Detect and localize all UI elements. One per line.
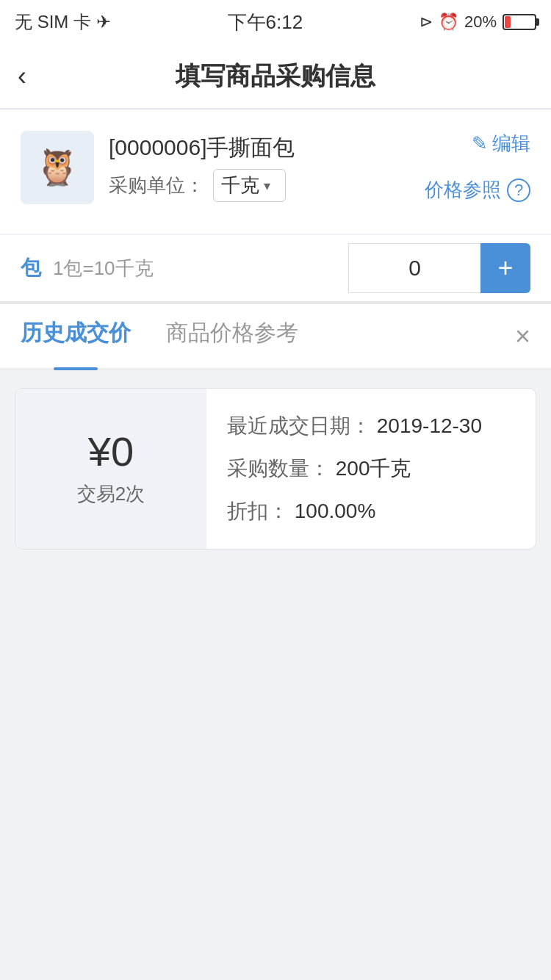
status-right: ⊳ ⏰ 20% bbox=[419, 12, 536, 32]
product-info: [0000006]手撕面包 采购单位： 千克 ▾ bbox=[109, 133, 295, 202]
status-time: 下午6:12 bbox=[228, 10, 303, 35]
recent-date-label: 最近成交日期： bbox=[227, 414, 371, 437]
purchase-qty-value: 200千克 bbox=[336, 457, 411, 480]
alarm-icon: ⏰ bbox=[439, 12, 458, 32]
price-ref-button[interactable]: 价格参照 ? bbox=[425, 177, 530, 203]
page-title: 填写商品采购信息 bbox=[176, 60, 375, 93]
price-transactions: 交易2次 bbox=[77, 481, 145, 507]
quantity-row: 包 1包=10千克 + bbox=[0, 235, 551, 301]
tabs-header: 历史成交价 商品价格参考 × bbox=[0, 304, 551, 369]
unit-arrow-icon: ▾ bbox=[264, 178, 270, 194]
price-value: 0 bbox=[111, 428, 134, 475]
currency-symbol: ¥ bbox=[88, 428, 111, 475]
price-summary: ¥0 交易2次 bbox=[15, 389, 206, 549]
location-icon: ⊳ bbox=[419, 12, 433, 32]
status-left: 无 SIM 卡 ✈ bbox=[15, 10, 111, 34]
tabs-close-button[interactable]: × bbox=[515, 323, 530, 350]
edit-icon: ✎ bbox=[472, 132, 488, 155]
price-amount: ¥0 bbox=[88, 431, 134, 472]
quantity-section: 包 1包=10千克 + bbox=[0, 235, 551, 304]
product-thumbnail: 🦉 bbox=[21, 131, 94, 204]
quantity-plus-button[interactable]: + bbox=[480, 243, 530, 293]
quantity-label: 包 1包=10千克 bbox=[21, 254, 154, 282]
unit-value: 千克 bbox=[221, 173, 259, 198]
package-icon: 包 bbox=[21, 254, 41, 282]
help-icon: ? bbox=[507, 179, 530, 202]
unit-hint: 1包=10千克 bbox=[53, 256, 154, 281]
discount-row: 折扣： 100.00% bbox=[227, 496, 515, 527]
quantity-controls: + bbox=[348, 243, 530, 293]
nav-bar: ‹ 填写商品采购信息 bbox=[0, 44, 551, 109]
edit-label: 编辑 bbox=[492, 131, 530, 156]
tab-history-price[interactable]: 历史成交价 bbox=[21, 318, 131, 354]
product-header: 🦉 [0000006]手撕面包 采购单位： 千克 ▾ ✎ 编辑 价格参照 bbox=[21, 131, 530, 204]
product-unit-row: 采购单位： 千克 ▾ bbox=[109, 169, 295, 202]
price-card: ¥0 交易2次 最近成交日期： 2019-12-30 采购数量： 200千克 折… bbox=[15, 388, 536, 550]
tabs-section: 历史成交价 商品价格参考 × bbox=[0, 304, 551, 370]
status-bar: 无 SIM 卡 ✈ 下午6:12 ⊳ ⏰ 20% bbox=[0, 0, 551, 44]
purchase-qty-row: 采购数量： 200千克 bbox=[227, 453, 515, 484]
battery-pct: 20% bbox=[464, 12, 497, 32]
battery-icon bbox=[503, 14, 536, 30]
product-logo-icon: 🦉 bbox=[35, 147, 79, 188]
price-details: 最近成交日期： 2019-12-30 采购数量： 200千克 折扣： 100.0… bbox=[206, 389, 536, 549]
unit-label: 采购单位： bbox=[109, 173, 204, 198]
tab-price-reference[interactable]: 商品价格参考 bbox=[166, 318, 298, 354]
discount-label: 折扣： bbox=[227, 500, 289, 522]
quantity-input[interactable] bbox=[348, 243, 480, 293]
edit-button[interactable]: ✎ 编辑 bbox=[472, 131, 530, 156]
product-card: 🦉 [0000006]手撕面包 采购单位： 千克 ▾ ✎ 编辑 价格参照 bbox=[0, 110, 551, 234]
discount-value: 100.00% bbox=[295, 500, 376, 522]
price-ref-label: 价格参照 bbox=[425, 177, 501, 203]
back-button[interactable]: ‹ bbox=[18, 61, 26, 92]
unit-select[interactable]: 千克 ▾ bbox=[213, 169, 286, 202]
purchase-qty-label: 采购数量： bbox=[227, 457, 330, 480]
sim-label: 无 SIM 卡 ✈ bbox=[15, 10, 111, 34]
tabs-list: 历史成交价 商品价格参考 bbox=[21, 318, 298, 354]
page-background bbox=[0, 567, 551, 861]
product-left: 🦉 [0000006]手撕面包 采购单位： 千克 ▾ bbox=[21, 131, 295, 204]
recent-date-value: 2019-12-30 bbox=[377, 414, 482, 437]
recent-date-row: 最近成交日期： 2019-12-30 bbox=[227, 411, 515, 442]
product-name: [0000006]手撕面包 bbox=[109, 133, 295, 163]
